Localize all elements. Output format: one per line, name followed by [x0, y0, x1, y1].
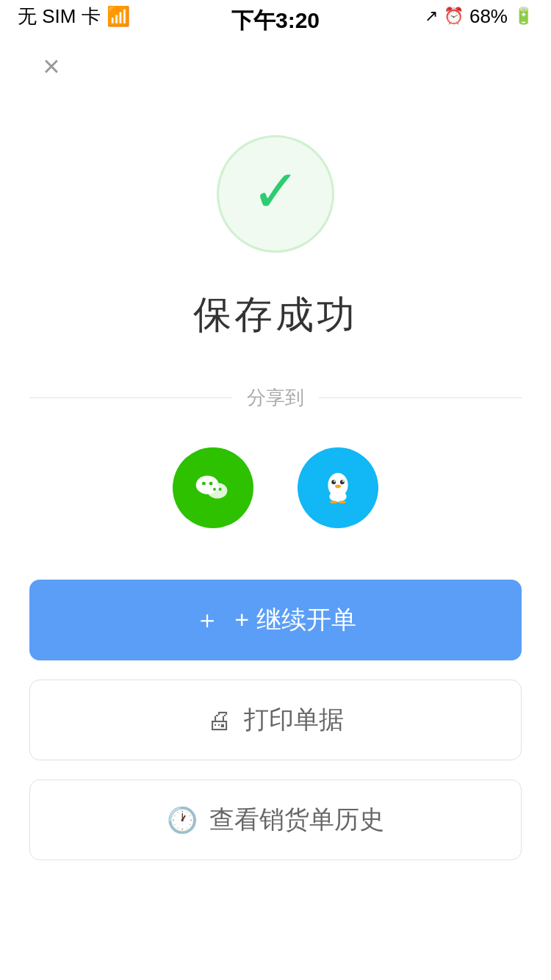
checkmark-icon: ✓ [251, 162, 300, 221]
svg-point-14 [339, 500, 346, 503]
main-content: ✓ 保存成功 分享到 [0, 32, 551, 980]
qq-share-button[interactable] [298, 447, 378, 528]
location-icon: ↗ [425, 7, 438, 26]
continue-button[interactable]: ＋ + 继续开单 [29, 580, 522, 660]
history-button[interactable]: 🕐 查看销货单历史 [29, 779, 522, 860]
wechat-icon [190, 465, 236, 511]
divider-right [319, 397, 522, 398]
status-bar: 无 SIM 卡 📶 下午3:20 ↗ ⏰ 68% 🔋 [0, 0, 551, 32]
svg-point-11 [335, 485, 341, 489]
status-left: 无 SIM 卡 📶 [18, 4, 130, 29]
continue-label: + 继续开单 [234, 603, 356, 637]
svg-point-2 [202, 482, 206, 486]
wechat-share-button[interactable] [173, 447, 253, 528]
battery-icon: 🔋 [514, 7, 533, 26]
divider-row: 分享到 [0, 385, 551, 411]
svg-point-9 [334, 480, 335, 482]
plus-icon: ＋ [195, 603, 220, 637]
status-right: ↗ ⏰ 68% 🔋 [425, 5, 533, 28]
svg-point-3 [209, 482, 213, 486]
wifi-icon: 📶 [107, 5, 130, 28]
svg-point-4 [213, 488, 216, 491]
svg-point-5 [219, 488, 222, 491]
actions-container: ＋ + 继续开单 🖨 打印单据 🕐 查看销货单历史 [0, 580, 551, 860]
svg-point-7 [331, 480, 336, 484]
share-label: 分享到 [247, 385, 304, 411]
share-section: 分享到 [0, 385, 551, 528]
share-icons [173, 447, 378, 528]
print-button[interactable]: 🖨 打印单据 [29, 680, 522, 760]
svg-point-13 [330, 500, 337, 503]
battery-percent: 68% [469, 5, 508, 28]
clock-icon: 🕐 [167, 805, 198, 835]
no-sim-text: 无 SIM 卡 [18, 4, 101, 29]
svg-point-8 [340, 480, 345, 484]
success-title: 保存成功 [193, 289, 358, 341]
history-label: 查看销货单历史 [209, 803, 384, 837]
printer-icon: 🖨 [207, 706, 232, 735]
svg-point-12 [329, 491, 346, 502]
divider-left [29, 397, 232, 398]
print-label: 打印单据 [244, 703, 344, 737]
svg-point-10 [342, 480, 344, 482]
success-circle: ✓ [217, 135, 334, 253]
alarm-icon: ⏰ [444, 7, 464, 26]
status-time: 下午3:20 [231, 6, 320, 36]
qq-icon [315, 465, 361, 511]
